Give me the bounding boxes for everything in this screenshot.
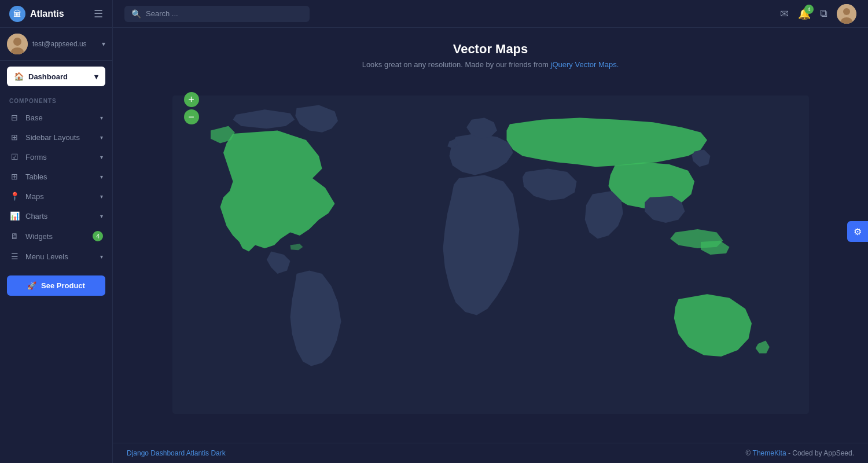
sidebar: 🏛 Atlantis ☰ test@appseed.us ▾ 🏠 Dashboa…	[0, 0, 113, 463]
rocket-icon: 🚀	[27, 281, 36, 290]
navbar-avatar[interactable]	[837, 4, 856, 24]
chevron-down-icon: ▾	[100, 154, 103, 160]
sidebar-nav: ⊟ Base ▾ ⊞ Sidebar Layouts ▾ ☑ Forms ▾ ⊞…	[0, 108, 112, 266]
widgets-icon: 🖥	[9, 232, 20, 241]
zoom-in-button[interactable]: +	[184, 92, 199, 107]
search-icon: 🔍	[131, 9, 141, 19]
sidebar-item-label: Base	[25, 113, 94, 122]
see-product-button[interactable]: 🚀 See Product	[7, 275, 105, 296]
sidebar-item-maps[interactable]: 📍 Maps ▾	[0, 186, 112, 206]
footer: Django Dashboard Atlantis Dark © ThemeKi…	[113, 443, 868, 463]
sidebar-header: 🏛 Atlantis ☰	[0, 0, 112, 28]
sidebar-item-label: Tables	[25, 172, 94, 181]
widgets-badge: 4	[93, 231, 103, 241]
see-product-label: See Product	[41, 281, 85, 290]
settings-icon: ⚙	[854, 226, 862, 237]
search-input[interactable]	[146, 9, 303, 18]
sidebar-item-tables[interactable]: ⊞ Tables ▾	[0, 167, 112, 186]
mail-button[interactable]: ✉	[780, 8, 789, 20]
sidebar-item-label: Menu Levels	[25, 252, 94, 261]
chevron-down-icon: ▾	[100, 174, 103, 180]
charts-icon: 📊	[9, 211, 20, 221]
sidebar-item-label: Charts	[25, 212, 94, 221]
footer-credit: © ThemeKita - Coded by AppSeed.	[746, 449, 854, 457]
zoom-controls: + −	[184, 92, 199, 124]
zoom-out-button[interactable]: −	[184, 109, 199, 124]
layers-button[interactable]: ⧉	[820, 8, 827, 20]
navbar-right: ✉ 🔔 4 ⧉	[780, 4, 856, 24]
chevron-down-icon: ▾	[100, 134, 103, 141]
hamburger-button[interactable]: ☰	[94, 8, 103, 20]
user-email: test@appseed.us	[32, 40, 97, 48]
user-section: test@appseed.us ▾	[0, 28, 112, 61]
sidebar-layouts-icon: ⊞	[9, 133, 20, 142]
maps-icon: 📍	[9, 192, 20, 201]
footer-themekita-link[interactable]: ThemeKita	[753, 449, 786, 457]
sidebar-item-charts[interactable]: 📊 Charts ▾	[0, 206, 112, 226]
sidebar-item-label: Forms	[25, 153, 94, 161]
base-icon: ⊟	[9, 113, 20, 122]
top-navbar: 🔍 ✉ 🔔 4 ⧉	[113, 0, 868, 28]
sidebar-item-widgets[interactable]: 🖥 Widgets 4	[0, 226, 112, 247]
dashboard-button[interactable]: 🏠 Dashboard ▾	[7, 67, 105, 86]
svg-point-1	[13, 38, 21, 46]
settings-button[interactable]: ⚙	[847, 221, 868, 242]
forms-icon: ☑	[9, 152, 20, 161]
svg-point-4	[843, 8, 850, 15]
map-container: + −	[172, 80, 809, 429]
sidebar-item-forms[interactable]: ☑ Forms ▾	[0, 147, 112, 167]
sidebar-item-menu-levels[interactable]: ☰ Menu Levels ▾	[0, 247, 112, 266]
sidebar-item-label: Widgets	[25, 232, 87, 241]
notification-badge: 4	[804, 5, 814, 14]
footer-project-link[interactable]: Django Dashboard Atlantis Dark	[127, 449, 226, 457]
notifications-button[interactable]: 🔔 4	[798, 8, 811, 20]
sidebar-item-sidebar-layouts[interactable]: ⊞ Sidebar Layouts ▾	[0, 127, 112, 147]
layers-icon: ⧉	[820, 8, 827, 19]
avatar	[7, 34, 28, 54]
chevron-down-icon: ▾	[100, 115, 103, 121]
tables-icon: ⊞	[9, 172, 20, 181]
page-content: Vector Maps Looks great on any resolutio…	[113, 28, 868, 443]
main-area: 🔍 ✉ 🔔 4 ⧉	[113, 0, 868, 463]
world-map	[172, 95, 809, 414]
home-icon: 🏠	[14, 72, 24, 81]
chevron-down-icon: ▾	[100, 213, 103, 219]
sidebar-item-label: Maps	[25, 192, 94, 201]
jquery-vector-maps-link[interactable]: jQuery Vector Maps.	[551, 60, 619, 69]
mail-icon: ✉	[780, 8, 789, 20]
search-wrapper: 🔍	[124, 6, 310, 22]
dashboard-chevron-icon: ▾	[94, 72, 98, 81]
brand: 🏛 Atlantis	[9, 6, 64, 22]
page-subtitle: Looks great on any resolution. Made by o…	[362, 60, 619, 69]
brand-icon: 🏛	[9, 6, 25, 22]
user-chevron-icon: ▾	[102, 40, 105, 48]
brand-name: Atlantis	[30, 9, 64, 19]
page-title: Vector Maps	[453, 42, 528, 57]
sidebar-item-base[interactable]: ⊟ Base ▾	[0, 108, 112, 127]
chevron-down-icon: ▾	[100, 193, 103, 200]
chevron-down-icon: ▾	[100, 253, 103, 260]
sidebar-item-label: Sidebar Layouts	[25, 133, 94, 142]
menu-levels-icon: ☰	[9, 252, 20, 261]
components-label: COMPONENTS	[0, 92, 112, 108]
dashboard-label: Dashboard	[28, 72, 68, 81]
